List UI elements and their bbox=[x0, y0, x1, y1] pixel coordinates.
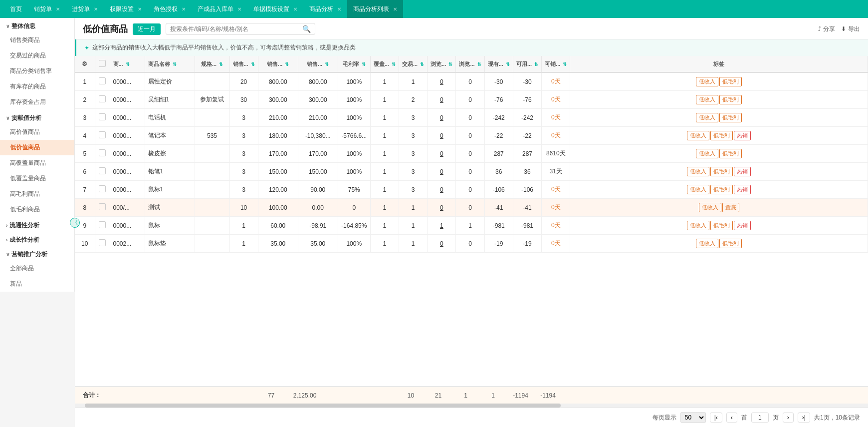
nav-close-roles[interactable]: ✕ bbox=[182, 6, 186, 12]
row-checkbox-4[interactable] bbox=[99, 131, 106, 138]
tag-低毛利[interactable]: 低毛利 bbox=[719, 95, 742, 104]
sidebar-group-marketing[interactable]: ∨ 营销推广分析 bbox=[0, 246, 74, 261]
row-checkbox-6[interactable] bbox=[99, 167, 106, 174]
tag-热销[interactable]: 热销 bbox=[734, 221, 751, 230]
th-sales-qty[interactable]: 销售... ⇅ bbox=[229, 56, 258, 72]
th-sales-amount[interactable]: 销售... ⇅ bbox=[298, 56, 338, 72]
tag-低毛利[interactable]: 低毛利 bbox=[719, 77, 742, 86]
sidebar-group-overall[interactable]: ∨ 整体信息 bbox=[0, 18, 74, 32]
last-page-button[interactable]: ›| bbox=[798, 413, 810, 423]
tag-低收入[interactable]: 低收入 bbox=[696, 149, 718, 158]
share-button[interactable]: ⤴ 分享 bbox=[818, 25, 835, 33]
sidebar-item-high-coverage[interactable]: 高覆盖量商品 bbox=[0, 155, 74, 171]
nav-permissions[interactable]: 权限设置 ✕ bbox=[104, 0, 148, 18]
tag-低收入[interactable]: 低收入 bbox=[687, 167, 709, 176]
sidebar-item-high-margin[interactable]: 高毛利商品 bbox=[0, 186, 74, 202]
nav-home[interactable]: 首页 bbox=[4, 0, 28, 18]
th-current-stock[interactable]: 现有... ⇅ bbox=[484, 56, 513, 72]
sidebar-item-traded-goods[interactable]: 交易过的商品 bbox=[0, 48, 74, 63]
th-transaction[interactable]: 交易... ⇅ bbox=[399, 56, 427, 72]
tag-热销[interactable]: 热销 bbox=[734, 131, 751, 140]
tag-低收入[interactable]: 低收入 bbox=[696, 77, 718, 86]
search-icon[interactable]: 🔍 bbox=[302, 25, 311, 33]
th-browse2[interactable]: 浏览... ⇅ bbox=[456, 56, 484, 72]
gear-icon[interactable]: ⚙ bbox=[82, 60, 87, 67]
tag-低毛利[interactable]: 低毛利 bbox=[710, 185, 733, 194]
row-checkbox-7[interactable] bbox=[99, 185, 106, 192]
cell-browse1[interactable]: 0 bbox=[428, 181, 456, 199]
nav-close-permissions[interactable]: ✕ bbox=[138, 6, 142, 12]
tag-低毛利[interactable]: 低毛利 bbox=[710, 221, 733, 230]
row-checkbox-5[interactable] bbox=[99, 149, 106, 156]
cell-browse1[interactable]: 0 bbox=[428, 145, 456, 163]
sidebar-group-growth[interactable]: › 成长性分析 bbox=[0, 232, 74, 246]
nav-close-goods-list[interactable]: ✕ bbox=[393, 6, 397, 12]
sidebar-item-stock-goods[interactable]: 有库存的商品 bbox=[0, 79, 74, 94]
tag-低收入[interactable]: 低收入 bbox=[699, 203, 721, 212]
export-button[interactable]: ⬇ 导出 bbox=[841, 25, 860, 33]
tag-低收入[interactable]: 低收入 bbox=[687, 131, 709, 140]
cell-browse1[interactable]: 0 bbox=[428, 109, 456, 127]
nav-goods-analysis-list[interactable]: 商品分析列表 ✕ bbox=[347, 0, 403, 18]
sidebar-item-low-value[interactable]: 低价值商品 bbox=[0, 140, 74, 155]
tag-低收入[interactable]: 低收入 bbox=[696, 239, 718, 248]
th-coverage[interactable]: 覆盖... ⇅ bbox=[370, 56, 399, 72]
sidebar-item-new-goods[interactable]: 新品 bbox=[0, 276, 74, 292]
tag-低毛利[interactable]: 低毛利 bbox=[719, 113, 742, 122]
tag-低毛利[interactable]: 低毛利 bbox=[719, 149, 742, 158]
nav-inventory[interactable]: 产成品入库单 ✕ bbox=[192, 0, 247, 18]
th-sellable[interactable]: 可销... ⇅ bbox=[542, 56, 570, 72]
row-checkbox-3[interactable] bbox=[99, 113, 106, 120]
tag-低收入[interactable]: 低收入 bbox=[687, 185, 709, 194]
first-page-button[interactable]: |‹ bbox=[710, 413, 722, 423]
row-checkbox-2[interactable] bbox=[99, 95, 106, 102]
sidebar-group-circulation[interactable]: › 流通性分析 bbox=[0, 217, 74, 232]
sidebar-item-high-value[interactable]: 高价值商品 bbox=[0, 124, 74, 140]
nav-close-purchase[interactable]: ✕ bbox=[94, 6, 98, 12]
tag-低毛利[interactable]: 低毛利 bbox=[710, 131, 733, 140]
nav-sales[interactable]: 销货单 ✕ bbox=[28, 0, 66, 18]
horizontal-scrollbar[interactable] bbox=[75, 404, 868, 408]
nav-close-template[interactable]: ✕ bbox=[293, 6, 297, 12]
tag-热销[interactable]: 热销 bbox=[734, 167, 751, 176]
th-gross-margin[interactable]: 毛利率 ⇅ bbox=[338, 56, 370, 72]
cell-browse1[interactable]: 0 bbox=[428, 127, 456, 145]
tag-低收入[interactable]: 低收入 bbox=[696, 95, 718, 104]
tag-热销[interactable]: 热销 bbox=[734, 185, 751, 194]
row-checkbox-9[interactable] bbox=[99, 221, 106, 228]
th-browse1[interactable]: 浏览... ⇅ bbox=[428, 56, 456, 72]
sidebar-item-all-goods[interactable]: 全部商品 bbox=[0, 261, 74, 276]
tag-低收入[interactable]: 低收入 bbox=[687, 221, 709, 230]
row-checkbox-10[interactable] bbox=[99, 239, 106, 246]
th-spec[interactable]: 规格... ⇅ bbox=[195, 56, 229, 72]
th-sales-price[interactable]: 销售... ⇅ bbox=[258, 56, 298, 72]
header-checkbox[interactable] bbox=[99, 60, 106, 67]
th-available-stock[interactable]: 可用... ⇅ bbox=[513, 56, 541, 72]
sidebar-item-category-rate[interactable]: 商品分类销售率 bbox=[0, 63, 74, 79]
cell-browse1[interactable]: 1 bbox=[428, 217, 456, 235]
sidebar-item-sales-goods[interactable]: 销售类商品 bbox=[0, 32, 74, 48]
nav-close-inventory[interactable]: ✕ bbox=[237, 6, 241, 12]
nav-roles[interactable]: 角色授权 ✕ bbox=[148, 0, 192, 18]
cell-browse1[interactable]: 0 bbox=[428, 235, 456, 253]
tag-置底[interactable]: 置底 bbox=[722, 203, 739, 212]
filter-button[interactable]: 近一月 bbox=[133, 23, 161, 35]
search-input[interactable] bbox=[170, 25, 300, 32]
sidebar-item-low-margin[interactable]: 低毛利商品 bbox=[0, 202, 74, 217]
cell-browse1[interactable]: 0 bbox=[428, 72, 456, 91]
row-checkbox-1[interactable] bbox=[99, 77, 106, 84]
tag-低毛利[interactable]: 低毛利 bbox=[710, 167, 733, 176]
per-page-select[interactable]: 50 100 200 bbox=[680, 412, 706, 423]
cell-browse1[interactable]: 0 bbox=[428, 199, 456, 217]
tag-低收入[interactable]: 低收入 bbox=[696, 113, 718, 122]
cell-browse1[interactable]: 0 bbox=[428, 91, 456, 109]
prev-page-button[interactable]: ‹ bbox=[726, 413, 737, 423]
nav-purchase[interactable]: 进货单 ✕ bbox=[66, 0, 104, 18]
nav-close-goods-analysis[interactable]: ✕ bbox=[337, 6, 341, 12]
nav-goods-analysis[interactable]: 商品分析 ✕ bbox=[303, 0, 347, 18]
page-number-input[interactable] bbox=[751, 413, 769, 423]
sidebar-group-contribution[interactable]: ∨ 贡献值分析 bbox=[0, 110, 74, 124]
tag-低毛利[interactable]: 低毛利 bbox=[719, 239, 742, 248]
sidebar-collapse-button[interactable]: 《 bbox=[70, 218, 80, 228]
next-page-button[interactable]: › bbox=[783, 413, 794, 423]
